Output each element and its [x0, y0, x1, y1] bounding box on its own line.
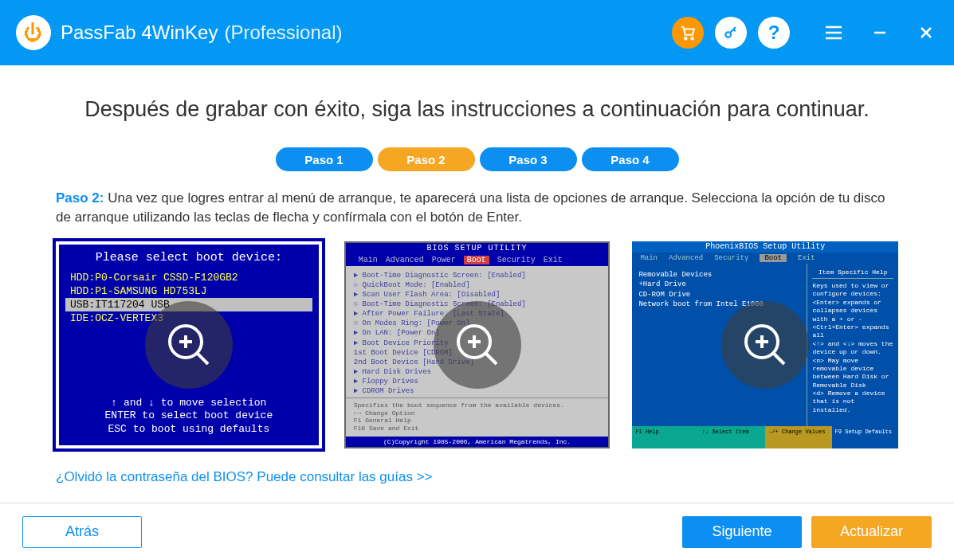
svg-point-0 [685, 37, 687, 40]
zoom-button-3[interactable] [721, 301, 809, 389]
hamburger-icon [825, 25, 842, 40]
screenshot-2: BIOS SETUP UTILITY MainAdvancedPowerBoot… [344, 241, 610, 448]
help-button[interactable]: ? [758, 17, 790, 49]
question-icon: ? [768, 22, 780, 44]
bios3-title: PhoenixBIOS Setup Utility [632, 241, 898, 253]
svg-line-18 [774, 354, 784, 364]
bios2-legend: Specifies the boot sequence from the ava… [346, 397, 609, 435]
next-button[interactable]: Siguiente [682, 516, 802, 548]
key-icon [723, 25, 739, 41]
screenshot-3: PhoenixBIOS Setup Utility MainAdvancedSe… [632, 241, 898, 448]
bios-help-link[interactable]: ¿Olvidó la contraseña del BIOS? Puede co… [56, 469, 898, 485]
instruction-body: Una vez que logres entrar al menú de arr… [56, 190, 885, 225]
screenshot-1: Please select boot device: HDD:P0-Corsai… [56, 241, 322, 448]
step-2-tab[interactable]: Paso 2 [378, 147, 475, 171]
magnify-plus-icon [165, 321, 213, 369]
key-button[interactable] [715, 17, 747, 49]
step-1-tab[interactable]: Paso 1 [276, 147, 373, 171]
bios1-item: HDD:P0-Corsair CSSD-F120GB2 [65, 271, 312, 284]
app-name: PassFab 4WinKey [61, 22, 218, 44]
magnify-plus-icon [453, 321, 501, 369]
main-content: Después de grabar con éxito, siga las in… [0, 65, 954, 485]
update-button[interactable]: Actualizar [811, 516, 932, 548]
zoom-button-2[interactable] [434, 301, 521, 389]
minimize-icon [873, 25, 887, 40]
bios1-title: Please select boot device: [65, 251, 312, 264]
bios3-menu: MainAdvancedSecurityBootExit [632, 253, 898, 264]
app-edition: (Professional) [224, 22, 342, 44]
close-button[interactable] [914, 21, 938, 45]
back-button[interactable]: Atrás [22, 516, 142, 548]
close-icon [919, 25, 933, 40]
app-logo: ⏻ [16, 15, 51, 50]
svg-point-2 [725, 32, 731, 37]
bios3-footer: F1 Help ↑↓ Select Item -/+ Change Values… [632, 426, 898, 448]
minimize-button[interactable] [868, 21, 892, 45]
bios2-copyright: (C)Copyright 1985-2006, American Megatre… [346, 437, 609, 447]
bios1-item: HDD:P1-SAMSUNG HD753LJ [65, 284, 312, 298]
menu-button[interactable] [822, 21, 846, 45]
bios2-menu: MainAdvancedPowerBootSecurityExit [346, 254, 609, 266]
power-icon: ⏻ [24, 22, 43, 44]
magnify-plus-icon [741, 321, 789, 369]
screenshots-row: Please select boot device: HDD:P0-Corsai… [56, 241, 898, 448]
titlebar: ⏻ PassFab 4WinKey (Professional) ? [0, 0, 954, 65]
cart-icon [679, 24, 697, 41]
step-4-tab[interactable]: Paso 4 [582, 147, 679, 171]
steps-nav: Paso 1 Paso 2 Paso 3 Paso 4 [56, 147, 898, 171]
bios1-footer: ↑ and ↓ to move selection ENTER to selec… [65, 397, 312, 437]
svg-line-14 [486, 354, 497, 364]
cart-button[interactable] [672, 17, 704, 49]
step-label: Paso 2: [56, 190, 104, 206]
bios2-title: BIOS SETUP UTILITY [346, 243, 609, 254]
footer-bar: Atrás Siguiente Actualizar [0, 503, 954, 560]
instruction-text: Paso 2: Una vez que logres entrar al men… [56, 189, 898, 227]
page-heading: Después de grabar con éxito, siga las in… [56, 97, 898, 122]
svg-line-10 [198, 354, 208, 364]
zoom-button-1[interactable] [145, 301, 233, 389]
step-3-tab[interactable]: Paso 3 [480, 147, 577, 171]
bios3-help: Item Specific Help Keys used to view or … [807, 264, 898, 431]
svg-point-1 [691, 37, 693, 40]
